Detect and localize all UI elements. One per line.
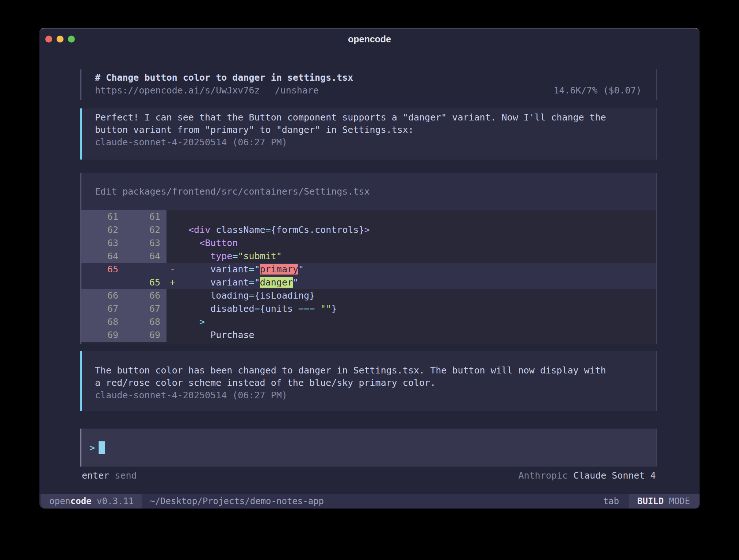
code-token: ": [254, 277, 260, 288]
code-token: "": [320, 303, 331, 314]
code-line: type="submit": [178, 250, 656, 263]
model-timestamp: claude-sonnet-4-20250514 (06:27 PM): [95, 389, 642, 402]
session-header: # Change button color to danger in setti…: [80, 69, 657, 100]
model-timestamp: claude-sonnet-4-20250514 (06:27 PM): [95, 136, 642, 149]
code-token: =: [249, 277, 254, 288]
code-line: [178, 210, 656, 223]
window-title: opencode: [348, 34, 391, 45]
diff-row: 6666 loading={isLoading}: [81, 289, 656, 302]
maximize-button[interactable]: [68, 36, 75, 43]
code-token: =: [232, 251, 238, 261]
old-line-number: 62: [81, 223, 125, 237]
diff-marker: [166, 302, 178, 315]
main-content: # Change button color to danger in setti…: [39, 69, 700, 482]
old-line-number: 64: [81, 250, 125, 263]
prompt-symbol: >: [89, 442, 95, 453]
code-token: Purchase: [188, 330, 254, 340]
minimize-button[interactable]: [57, 36, 64, 43]
code-token: {formCs.controls}: [271, 225, 364, 235]
diff-row: 6969 Purchase: [81, 329, 656, 342]
code-line: variant="danger": [178, 276, 656, 289]
message-line: a red/rose color scheme instead of the b…: [95, 377, 642, 389]
code-token: loading: [188, 290, 249, 301]
old-line-number: 65: [81, 263, 125, 276]
close-button[interactable]: [45, 36, 52, 43]
code-token: type: [210, 251, 232, 261]
code-token: ===: [298, 303, 315, 314]
traffic-lights: [45, 36, 75, 43]
old-line-number: 68: [81, 315, 125, 329]
new-line-number: 65: [125, 276, 166, 289]
code-token: primary: [260, 264, 298, 275]
edit-tool-header: Edit packages/frontend/src/containers/Se…: [81, 173, 656, 210]
share-row: https://opencode.ai/s/UwJxv76z /unshare: [95, 84, 319, 97]
diff-marker: [166, 315, 178, 329]
opencode-window: opencode # Change button color to danger…: [39, 28, 700, 509]
diff-marker: [166, 289, 178, 302]
code-token: [315, 303, 320, 314]
new-line-number: 64: [125, 250, 166, 263]
new-line-number: 66: [125, 289, 166, 302]
message-line: The button color has been changed to dan…: [95, 364, 642, 377]
diff-marker: -: [166, 263, 178, 276]
code-token: =: [254, 303, 260, 314]
code-token: =: [265, 225, 271, 235]
old-line-number: 66: [81, 289, 125, 302]
assistant-message-2: The button color has been changed to dan…: [80, 351, 657, 411]
diff-row: 6464 type="submit": [81, 250, 656, 263]
code-line: <Button: [178, 237, 656, 250]
old-line-number: [81, 276, 125, 289]
code-token: variant: [188, 264, 249, 275]
code-token: {units: [260, 303, 298, 314]
assistant-message-1: Perfect! I can see that the Button compo…: [80, 108, 657, 160]
code-line: >: [178, 315, 656, 329]
code-token: =: [249, 290, 254, 301]
new-line-number: [125, 263, 166, 276]
code-token: ": [298, 264, 304, 275]
code-token: {isLoading}: [254, 290, 315, 301]
code-line: variant="primary": [178, 263, 656, 276]
old-line-number: 61: [81, 210, 125, 223]
new-line-number: 63: [125, 237, 166, 250]
code-token: disabled: [188, 303, 254, 314]
message-line: button variant from "primary" to "danger…: [95, 124, 642, 136]
diff-marker: [166, 210, 178, 223]
tab-hint[interactable]: tab: [603, 496, 619, 506]
diff-marker: [166, 329, 178, 342]
code-token: >: [364, 225, 370, 235]
share-url-link[interactable]: https://opencode.ai/s/UwJxv76z: [95, 85, 260, 96]
status-bar: opencode v0.3.11 ~/Desktop/Projects/demo…: [39, 494, 700, 509]
new-line-number: 67: [125, 302, 166, 315]
code-line: disabled={units === ""}: [178, 302, 656, 315]
code-token: =: [249, 264, 254, 275]
context-usage: 14.6K/7% ($0.07): [554, 84, 642, 97]
code-token: variant: [188, 277, 249, 288]
send-hint: enter send: [82, 469, 137, 482]
code-line: <div className={formCs.controls}>: [178, 223, 656, 237]
diff-row: 6161: [81, 210, 656, 223]
code-token: <div: [188, 225, 210, 235]
session-title: # Change button color to danger in setti…: [95, 71, 642, 84]
diff-row: 6767 disabled={units === ""}: [81, 302, 656, 315]
code-line: Purchase: [178, 329, 656, 342]
diff-marker: [166, 250, 178, 263]
diff-row: 6363 <Button: [81, 237, 656, 250]
code-token: danger: [260, 277, 293, 288]
working-directory: ~/Desktop/Projects/demo-notes-app: [150, 496, 324, 506]
unshare-command[interactable]: /unshare: [275, 85, 319, 96]
code-token: }: [331, 303, 337, 314]
text-cursor: [99, 441, 105, 454]
hint-row: enter send Anthropic Claude Sonnet 4: [80, 469, 657, 482]
new-line-number: 69: [125, 329, 166, 342]
diff-row: 65+ variant="danger": [81, 276, 656, 289]
diff-row: 6262<div className={formCs.controls}>: [81, 223, 656, 237]
code-token: [188, 251, 210, 261]
new-line-number: 61: [125, 210, 166, 223]
code-token: "submit": [238, 251, 282, 261]
code-token: <Button: [188, 238, 238, 248]
diff-row: 65- variant="primary": [81, 263, 656, 276]
new-line-number: 62: [125, 223, 166, 237]
diff-view: 61616262<div className={formCs.controls}…: [81, 210, 656, 344]
code-token: ": [293, 277, 298, 288]
prompt-input[interactable]: >: [80, 429, 657, 467]
